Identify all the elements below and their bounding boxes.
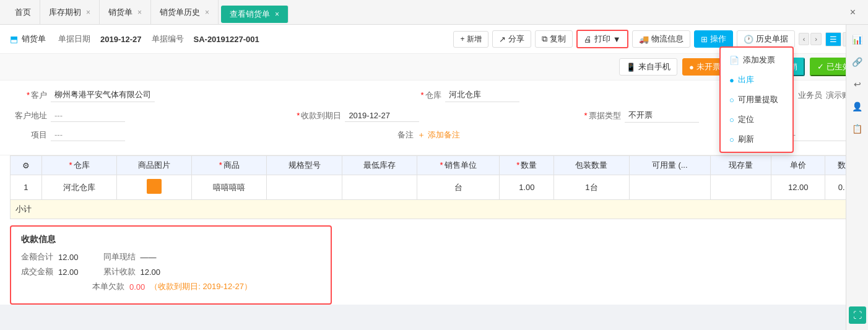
transaction-label: 成交金额	[21, 266, 53, 277]
sidebar-icon-4[interactable]: 👤	[849, 98, 866, 115]
customer-value[interactable]: 柳州粤港平安气体有限公司	[51, 88, 155, 102]
customer-field: 客户 柳州粤港平安气体有限公司	[10, 88, 392, 102]
due-date-label: 收款到期日	[297, 110, 341, 121]
nav-arrows: ‹ ›	[799, 33, 822, 45]
share-button[interactable]: ↗ 分享	[492, 30, 531, 48]
logistics-button[interactable]: 🚚 物流信息	[632, 30, 690, 48]
col-min-stock: 最低库存	[342, 156, 417, 175]
payment-row-1: 金额合计 12.00 同单现结 ——	[21, 251, 321, 263]
warehouse-out-icon: ●	[729, 76, 734, 85]
toolbar-right: + 新增 ↗ 分享 ⧉ 复制 🖨 打印 ▼ 🚚 物流信息 ⊞ 操作	[453, 30, 858, 48]
date-value: 2019-12-27	[100, 35, 142, 44]
current-due-value: 0.00	[129, 282, 145, 292]
row-warehouse: 河北仓库	[41, 175, 116, 200]
window-close-button[interactable]: ×	[844, 7, 862, 18]
payment-row-2: 成交金额 12.00 累计收款 12.00	[21, 266, 321, 277]
print-button[interactable]: 🖨 打印 ▼	[576, 30, 628, 48]
same-order-item: 同单现结 ——	[103, 251, 157, 263]
add-note-button[interactable]: ＋ 添加备注	[417, 129, 460, 141]
payment-section: 收款信息 金额合计 12.00 同单现结 —— 成交金额 12.00 累计收款 …	[10, 225, 332, 305]
row-product: 嘻嘻嘻嘻	[192, 175, 267, 200]
payment-title: 收款信息	[21, 234, 321, 245]
tab-sales-history[interactable]: 销货单历史 ×	[151, 0, 219, 25]
tab-sales-close[interactable]: ×	[137, 8, 142, 17]
cumulative-label: 累计收款	[103, 266, 136, 277]
subtotal-label: 小计	[11, 200, 858, 219]
right-sidebar: 📊 🔗 ↩ 👤 📋 ⛶	[846, 25, 868, 330]
history-button[interactable]: 🕐 历史单据	[737, 30, 795, 48]
ticket-value[interactable]: 不开票	[625, 108, 699, 123]
sidebar-icon-3[interactable]: ↩	[849, 76, 866, 93]
cumulative-value: 12.00	[141, 267, 161, 277]
sidebar-icon-2[interactable]: 🔗	[849, 53, 866, 71]
same-order-label: 同单现结	[103, 251, 136, 263]
locate-icon: ○	[729, 115, 734, 124]
print-icon: 🖨	[584, 35, 592, 44]
warehouse-label: 仓库	[404, 90, 441, 101]
from-mobile-button[interactable]: 📱 来自手机	[619, 58, 677, 76]
row-spec	[267, 175, 342, 200]
operation-button[interactable]: ⊞ 操作	[694, 30, 733, 48]
tab-inventory-close[interactable]: ×	[86, 8, 90, 17]
staff-label: 业务员	[798, 90, 822, 101]
warehouse-out-item[interactable]: ● 出库	[721, 70, 792, 90]
col-package-qty: 包装数量	[554, 156, 629, 175]
col-unit: 销售单位	[417, 156, 500, 175]
ticket-label: 票据类型	[584, 110, 621, 121]
copy-button[interactable]: ⧉ 复制	[535, 30, 573, 48]
total-value: 12.00	[58, 253, 79, 262]
project-field: 项目 ---	[10, 129, 364, 141]
copy-icon: ⧉	[542, 34, 547, 44]
add-invoice-item[interactable]: 📄 添加发票	[721, 50, 792, 70]
due-date-field: 收款到期日 2019-12-27	[297, 110, 571, 122]
total-label: 金额合计	[21, 251, 53, 263]
tab-inventory[interactable]: 库存期初 ×	[40, 0, 100, 25]
table-header-row: ⚙ 仓库 商品图片 商品 规格型号 最低库存 销售单位 数量 包装数量 可用量 …	[11, 156, 858, 175]
truck-icon: 🚚	[639, 35, 649, 44]
tab-sales[interactable]: 销货单 ×	[100, 0, 151, 25]
next-button[interactable]: ›	[810, 33, 822, 45]
col-warehouse: 仓库	[41, 156, 116, 175]
tab-sales-history-close[interactable]: ×	[205, 8, 209, 17]
data-table: ⚙ 仓库 商品图片 商品 规格型号 最低库存 销售单位 数量 包装数量 可用量 …	[10, 155, 858, 219]
row-unit: 台	[417, 175, 500, 200]
due-date-value[interactable]: 2019-12-27	[345, 110, 419, 122]
history-icon: 🕐	[744, 35, 753, 44]
current-due-label: 本单欠款	[92, 281, 124, 292]
project-label: 项目	[10, 129, 47, 141]
tab-view-sales-close[interactable]: ×	[275, 10, 279, 19]
doc-type: 销货单	[22, 33, 46, 45]
sidebar-icon-1[interactable]: 📊	[849, 31, 866, 48]
note-field: 备注 ＋ 添加备注	[376, 129, 731, 141]
locate-item[interactable]: ○ 定位	[721, 110, 792, 129]
operations-dropdown: 📄 添加发票 ● 出库 ○ 可用量提取 ○ 定位 ○ 刷新	[719, 46, 794, 153]
effective-icon: ✓	[817, 62, 824, 71]
list-view-button[interactable]: ☰	[825, 32, 841, 46]
row-image	[117, 175, 192, 200]
date-label: 单据日期	[58, 33, 90, 45]
tab-home[interactable]: 首页	[6, 0, 40, 25]
tab-view-sales[interactable]: 查看销货单 ×	[221, 6, 289, 23]
transaction-item: 成交金额 12.00	[21, 266, 79, 277]
number-label: 单据编号	[152, 33, 184, 45]
address-value[interactable]: ---	[51, 110, 125, 122]
number-value: SA-20191227-001	[194, 35, 259, 44]
doc-icon: ⬒	[10, 34, 18, 44]
prev-button[interactable]: ‹	[799, 33, 810, 45]
sidebar-icon-6[interactable]: ⛶	[849, 306, 866, 324]
print-dropdown-icon: ▼	[613, 35, 621, 44]
warehouse-value[interactable]: 河北仓库	[445, 88, 519, 102]
table-section: ⚙ 仓库 商品图片 商品 规格型号 最低库存 销售单位 数量 包装数量 可用量 …	[0, 155, 868, 219]
refresh-item[interactable]: ○ 刷新	[721, 129, 792, 149]
current-due-item: 本单欠款 0.00 （收款到期日: 2019-12-27）	[92, 281, 252, 292]
customer-label: 客户	[10, 90, 47, 101]
row-no: 1	[11, 175, 42, 200]
sidebar-icon-5[interactable]: 📋	[849, 120, 866, 137]
available-extract-icon: ○	[729, 95, 734, 105]
available-extract-item[interactable]: ○ 可用量提取	[721, 90, 792, 110]
add-button[interactable]: + 新增	[453, 31, 488, 48]
total-item: 金额合计 12.00	[21, 251, 79, 263]
table-row: 1 河北仓库 嘻嘻嘻嘻 台 1.00 1台 12.00 0.	[11, 175, 858, 200]
product-image	[147, 179, 162, 194]
payment-row-3: 本单欠款 0.00 （收款到期日: 2019-12-27）	[21, 281, 321, 292]
